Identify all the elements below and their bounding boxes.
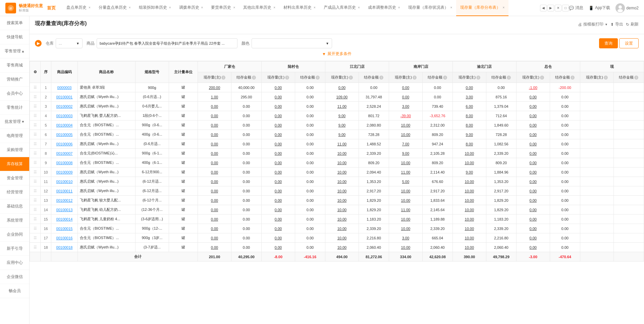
tab-close-icon[interactable]: ×: [89, 6, 91, 9]
row-cjc-qty[interactable]: 0.00: [198, 186, 231, 196]
row-code[interactable]: 00100018: [51, 243, 78, 252]
row-jb-qty[interactable]: 10.00: [325, 177, 359, 186]
row-cjc-qty[interactable]: 0.00: [198, 111, 231, 121]
row-na-qty[interactable]: 10.00: [389, 130, 423, 139]
row-code[interactable]: 00100006: [51, 139, 78, 149]
row-yb-qty[interactable]: 9.00: [453, 168, 486, 177]
row-code[interactable]: 00100001: [51, 92, 78, 102]
tab-close-icon[interactable]: ×: [398, 6, 400, 9]
row-code[interactable]: 00100004: [51, 121, 78, 130]
row-zc-qty[interactable]: 0.00: [516, 186, 550, 196]
row-yb-qty[interactable]: 10.00: [453, 215, 486, 224]
sidebar-item-wholesale[interactable]: 批发管理 ▼: [0, 115, 29, 129]
row-na-qty[interactable]: 10.00: [389, 121, 423, 130]
row-lcc-qty[interactable]: 0.00: [262, 196, 295, 205]
row-zc-qty[interactable]: 0.00: [516, 130, 550, 139]
row-cjc-qty[interactable]: 0.00: [198, 158, 231, 168]
row-yb-qty[interactable]: 10.00: [453, 233, 486, 243]
sidebar-item-system[interactable]: 系统管理: [0, 214, 29, 228]
nav-tab[interactable]: 成本调整单历史×: [364, 0, 404, 16]
row-code[interactable]: 00100005: [51, 130, 78, 139]
row-settings[interactable]: ☰: [30, 186, 41, 196]
jb-qty-info-icon[interactable]: i: [349, 76, 353, 80]
sidebar-item-retail-mall[interactable]: 零售商城: [0, 58, 29, 73]
row-yb-qty[interactable]: 8.00: [453, 139, 486, 149]
row-na-qty[interactable]: 11.00: [389, 205, 423, 215]
row-yb-qty[interactable]: 10.00: [453, 224, 486, 233]
row-na-qty[interactable]: 0.00: [389, 92, 423, 102]
row-yb-qty[interactable]: 10.00: [453, 177, 486, 186]
cur-amt-info-icon[interactable]: i: [634, 76, 638, 80]
tab-close-icon[interactable]: ×: [358, 6, 360, 9]
row-na-qty[interactable]: 3.00: [389, 233, 423, 243]
sidebar-item-app-center[interactable]: 应用中心: [0, 256, 29, 270]
row-code[interactable]: 00100015: [51, 224, 78, 233]
row-na-qty[interactable]: 10.00: [389, 158, 423, 168]
nav-tab[interactable]: 其他出库单历史×: [239, 0, 279, 16]
row-na-qty[interactable]: 5.00: [389, 177, 423, 186]
row-yb-qty[interactable]: 10.00: [453, 205, 486, 215]
na-qty-info-icon[interactable]: i: [413, 76, 417, 80]
row-cjc-qty[interactable]: 0.00: [198, 233, 231, 243]
row-jb-qty[interactable]: 10.00: [325, 215, 359, 224]
row-cjc-qty[interactable]: 0.00: [198, 177, 231, 186]
row-zc-qty[interactable]: 0.00: [516, 215, 550, 224]
row-lcc-qty[interactable]: 0.00: [262, 224, 295, 233]
expand-conditions-btn[interactable]: ▼ 展开更多条件: [322, 51, 352, 57]
row-zc-qty[interactable]: 0.00: [516, 158, 550, 168]
row-jb-qty[interactable]: 11.00: [325, 139, 359, 149]
row-zc-qty[interactable]: 0.00: [516, 243, 550, 252]
row-cjc-qty[interactable]: 0.00: [198, 168, 231, 177]
sidebar-item-retail-mgmt[interactable]: 零售管理 ▲: [0, 44, 29, 58]
tab-close-icon[interactable]: ×: [169, 6, 171, 9]
sidebar-item-marketing[interactable]: 营销推广: [0, 73, 29, 87]
sidebar-item-guide[interactable]: 新手引导: [0, 242, 29, 256]
row-na-qty[interactable]: 3.00: [389, 102, 423, 111]
sidebar-item-member2[interactable]: 畅会员: [0, 284, 29, 298]
row-settings[interactable]: ☰: [30, 205, 41, 215]
row-cjc-qty[interactable]: 200.00: [198, 83, 231, 92]
row-cjc-qty[interactable]: 0.00: [198, 196, 231, 205]
row-jb-qty[interactable]: 10.00: [325, 158, 359, 168]
row-yb-qty[interactable]: 9.00: [453, 130, 486, 139]
row-code[interactable]: 00100010: [51, 177, 78, 186]
row-jb-qty[interactable]: 10.00: [325, 243, 359, 252]
sidebar-item-operations[interactable]: 经营管理: [0, 185, 29, 199]
row-jb-qty[interactable]: 10.00: [325, 205, 359, 215]
row-jb-qty[interactable]: 10.00: [325, 186, 359, 196]
lcc-amt-info-icon[interactable]: i: [316, 76, 320, 80]
row-na-qty[interactable]: 11.00: [389, 168, 423, 177]
row-yb-qty[interactable]: 6.00: [453, 102, 486, 111]
sidebar-item-finance[interactable]: 资金管理: [0, 171, 29, 185]
row-zc-qty[interactable]: 0.00: [516, 92, 550, 102]
row-jb-qty[interactable]: 0.00: [325, 83, 359, 92]
refresh-btn[interactable]: ↻ 刷新: [626, 21, 639, 27]
yb-qty-info-icon[interactable]: i: [476, 76, 480, 80]
tab-close-icon[interactable]: ×: [273, 6, 275, 9]
row-zc-qty[interactable]: -1.00: [516, 83, 550, 92]
tab-expand[interactable]: □: [562, 5, 569, 11]
row-lcc-qty[interactable]: 0.00: [262, 168, 295, 177]
row-code[interactable]: 00100007: [51, 149, 78, 158]
row-code[interactable]: 00100009: [51, 168, 78, 177]
row-lcc-qty[interactable]: 0.00: [262, 205, 295, 215]
tab-close-icon[interactable]: ×: [129, 6, 131, 9]
row-na-qty[interactable]: 0.00: [389, 83, 423, 92]
row-yb-qty[interactable]: 10.00: [453, 158, 486, 168]
user-btn[interactable]: demo2: [615, 3, 639, 13]
row-settings[interactable]: ☰: [30, 224, 41, 233]
cjc-amt-info-icon[interactable]: i: [252, 76, 256, 80]
row-yb-qty[interactable]: 10.00: [453, 186, 486, 196]
nav-tab[interactable]: 要货单历史×: [207, 0, 239, 16]
nav-tab[interactable]: 分量盘点单历史×: [95, 0, 135, 16]
row-lcc-qty[interactable]: 0.00: [262, 139, 295, 149]
row-code[interactable]: 00100016: [51, 233, 78, 243]
row-settings[interactable]: ☰: [30, 83, 41, 92]
row-zc-qty[interactable]: 0.00: [516, 196, 550, 205]
row-settings[interactable]: ☰: [30, 158, 41, 168]
row-lcc-qty[interactable]: 0.00: [262, 177, 295, 186]
cur-qty-info-icon[interactable]: i: [604, 76, 608, 80]
row-settings[interactable]: ☰: [30, 92, 41, 102]
row-zc-qty[interactable]: 0.00: [516, 102, 550, 111]
row-lcc-qty[interactable]: 0.00: [262, 149, 295, 158]
